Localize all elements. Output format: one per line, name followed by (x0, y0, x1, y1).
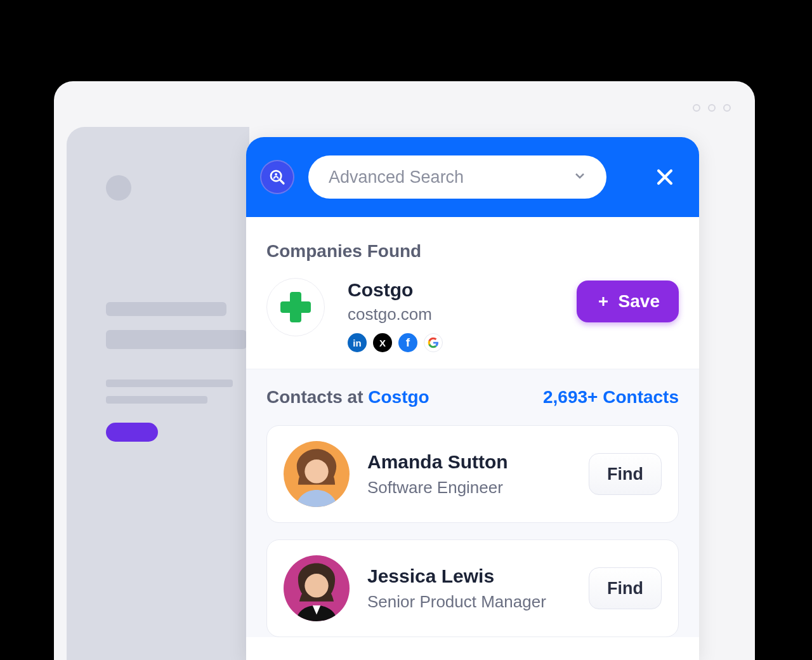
save-button-label: Save (619, 291, 660, 312)
contact-role: Software Engineer (367, 478, 508, 498)
close-button[interactable] (652, 164, 678, 190)
contacts-count[interactable]: 2,693+ Contacts (543, 387, 679, 407)
window-dot (723, 104, 731, 112)
search-placeholder: Advanced Search (329, 168, 464, 187)
plus-icon (596, 294, 611, 309)
find-button-label: Find (607, 579, 643, 598)
app-logo (260, 160, 294, 194)
svg-line-2 (280, 180, 284, 183)
companies-section: Companies Found Costgo costgo.com in X f (246, 217, 699, 369)
skeleton-line (106, 330, 247, 349)
avatar (284, 441, 350, 507)
svg-point-7 (304, 459, 328, 483)
linkedin-icon[interactable]: in (348, 333, 367, 352)
x-icon[interactable]: X (373, 333, 392, 352)
close-icon (654, 166, 676, 188)
find-button[interactable]: Find (589, 567, 662, 609)
chevron-down-icon (572, 168, 587, 186)
skeleton-button (106, 423, 158, 442)
window-controls (693, 104, 731, 112)
contact-card: Jessica Lewis Senior Product Manager Fin… (266, 539, 679, 637)
window-dot (708, 104, 716, 112)
companies-section-title: Companies Found (266, 241, 679, 261)
google-icon[interactable] (424, 333, 443, 352)
contacts-section: Contacts at Costgo 2,693+ Contacts Amand… (246, 369, 699, 637)
search-icon (268, 168, 287, 187)
svg-point-8 (304, 574, 328, 597)
plus-icon (280, 292, 311, 322)
social-links: in X f (348, 333, 443, 352)
contact-card: Amanda Sutton Software Engineer Find (266, 425, 679, 523)
advanced-search-dropdown[interactable]: Advanced Search (308, 155, 606, 199)
company-name: Costgo (348, 279, 443, 301)
avatar (284, 555, 350, 621)
contact-name: Amanda Sutton (367, 451, 508, 473)
window-dot (693, 104, 700, 112)
page-skeleton (67, 127, 249, 660)
skeleton-line (106, 380, 233, 387)
svg-point-1 (275, 173, 277, 176)
panel-header: Advanced Search (246, 137, 699, 217)
contact-name: Jessica Lewis (367, 565, 546, 587)
company-domain[interactable]: costgo.com (348, 305, 443, 324)
facebook-icon[interactable]: f (398, 333, 417, 352)
extension-panel: Advanced Search Companies Found Costgo (246, 137, 699, 660)
company-logo (266, 278, 325, 336)
save-button[interactable]: Save (577, 280, 679, 322)
skeleton-avatar (106, 175, 131, 201)
find-button[interactable]: Find (589, 453, 662, 495)
contacts-title-company[interactable]: Costgo (368, 387, 429, 407)
contact-role: Senior Product Manager (367, 592, 546, 612)
contacts-title-prefix: Contacts at (266, 387, 368, 407)
contacts-section-title: Contacts at Costgo (266, 387, 429, 407)
company-row: Costgo costgo.com in X f (266, 278, 679, 352)
skeleton-line (106, 396, 207, 404)
find-button-label: Find (607, 465, 643, 484)
skeleton-line (106, 302, 226, 316)
